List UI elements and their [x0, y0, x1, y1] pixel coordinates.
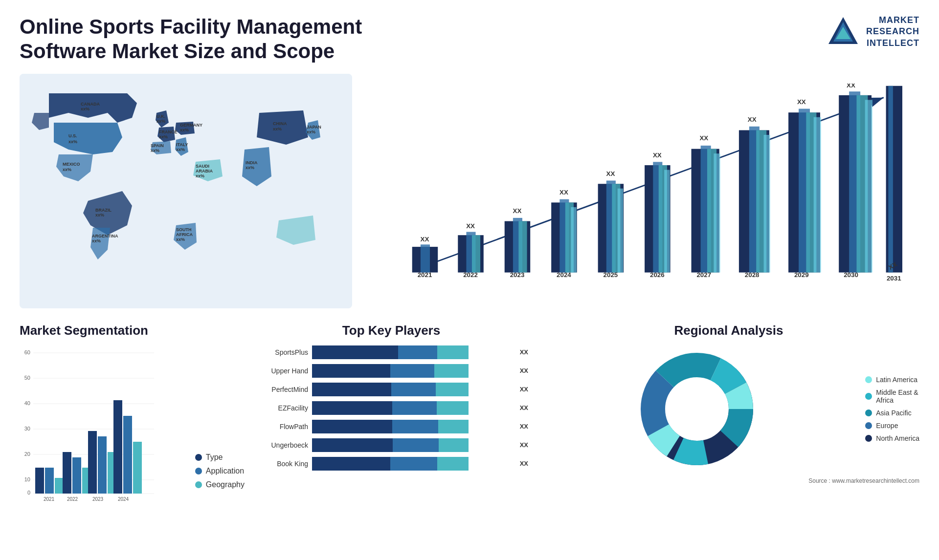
player-value: XX	[520, 460, 528, 467]
svg-rect-95	[888, 86, 893, 273]
players-list: SportsPlus XX Upper Hand XX PerfectMind …	[254, 345, 528, 471]
svg-text:SPAIN: SPAIN	[151, 143, 164, 148]
svg-text:2024: 2024	[118, 496, 129, 502]
bar-seg1	[312, 438, 393, 452]
legend-north-america: North America	[865, 434, 919, 442]
legend-middle-east: Middle East &Africa	[865, 388, 919, 404]
svg-rect-85	[814, 117, 821, 273]
svg-text:2022: 2022	[463, 271, 478, 279]
player-value: XX	[520, 348, 528, 356]
svg-text:40: 40	[24, 400, 30, 406]
bar-seg1	[312, 364, 390, 378]
svg-text:XX: XX	[797, 98, 806, 106]
svg-text:2027: 2027	[696, 271, 711, 279]
legend-dot-geography	[195, 481, 202, 488]
segmentation-title: Market Segmentation	[20, 323, 245, 338]
page-container: Online Sports Facility Management Softwa…	[0, 0, 939, 560]
svg-text:BRAZIL: BRAZIL	[95, 208, 112, 213]
player-bar	[312, 457, 513, 471]
svg-text:XX: XX	[466, 222, 475, 230]
svg-text:10: 10	[24, 476, 30, 482]
player-value: XX	[520, 441, 528, 449]
player-row: Book King XX	[254, 457, 528, 471]
player-bar	[312, 438, 513, 452]
bar-seg1	[312, 401, 392, 415]
player-value: XX	[520, 367, 528, 374]
svg-text:xx%: xx%	[176, 237, 185, 242]
player-name: SportsPlus	[254, 348, 308, 356]
svg-text:2026: 2026	[650, 271, 665, 279]
label-north-america: North America	[876, 434, 919, 442]
bar-seg2	[390, 364, 434, 378]
svg-text:xx%: xx%	[159, 134, 168, 139]
map-container: CANADA xx% U.S. xx% MEXICO xx% BRAZIL xx…	[20, 74, 352, 308]
bar-seg3	[437, 457, 469, 471]
key-players-section: Top Key Players SportsPlus XX Upper Hand…	[254, 323, 528, 538]
bar-seg2	[393, 438, 439, 452]
svg-text:FRANCE: FRANCE	[159, 129, 178, 134]
svg-rect-121	[98, 436, 107, 494]
svg-rect-44	[472, 235, 480, 272]
label-europe: Europe	[876, 422, 898, 430]
svg-text:xx%: xx%	[95, 213, 104, 217]
seg-bar-chart: 60 50 40 30 20 10 0	[20, 345, 156, 502]
svg-text:2025: 2025	[604, 271, 618, 279]
legend-dot-type	[195, 454, 202, 461]
svg-rect-91	[865, 100, 872, 272]
svg-text:xx%: xx%	[196, 173, 204, 178]
svg-text:U.S.: U.S.	[68, 133, 77, 138]
dot-middle-east	[865, 393, 872, 400]
player-name: FlowPath	[254, 423, 308, 431]
svg-text:2031: 2031	[887, 275, 901, 282]
svg-text:XX: XX	[748, 116, 757, 123]
svg-text:0: 0	[27, 490, 30, 495]
bar-seg2	[390, 457, 437, 471]
logo-area: MARKET RESEARCH INTELLECT	[826, 15, 919, 49]
regional-legend: Latin America Middle East &Africa Asia P…	[865, 376, 919, 442]
legend-asia-pacific: Asia Pacific	[865, 409, 919, 417]
svg-text:xx%: xx%	[273, 127, 282, 131]
svg-text:xx%: xx%	[151, 148, 159, 153]
bar-seg3	[434, 364, 469, 378]
svg-text:MEXICO: MEXICO	[63, 162, 80, 167]
label-latin-america: Latin America	[876, 376, 917, 384]
svg-rect-113	[45, 468, 54, 494]
legend-type: Type	[195, 453, 245, 462]
svg-text:SAUDI: SAUDI	[196, 164, 209, 169]
svg-text:CHINA: CHINA	[273, 121, 287, 126]
market-size-chart: XX 2021 XX 2022 XX 2023 XX	[362, 74, 919, 308]
svg-text:xx%: xx%	[180, 128, 189, 132]
regional-title: Regional Analysis	[538, 323, 919, 338]
svg-text:2021: 2021	[418, 271, 432, 279]
player-name: PerfectMind	[254, 386, 308, 393]
svg-rect-114	[55, 478, 64, 494]
segmentation-content: 60 50 40 30 20 10 0	[20, 345, 245, 504]
bar-seg2	[398, 345, 437, 359]
legend-label-type: Type	[206, 453, 223, 462]
legend-application: Application	[195, 467, 245, 475]
top-section: CANADA xx% U.S. xx% MEXICO xx% BRAZIL xx…	[20, 74, 919, 308]
svg-text:AFRICA: AFRICA	[176, 232, 193, 237]
bottom-section: Market Segmentation 60 50 40 30 20 10 0	[20, 323, 919, 538]
svg-text:XX: XX	[421, 235, 429, 242]
svg-text:CANADA: CANADA	[81, 102, 100, 107]
player-value: XX	[520, 386, 528, 393]
svg-text:U.K.: U.K.	[156, 114, 165, 119]
legend-latin-america: Latin America	[865, 376, 919, 384]
svg-text:XX: XX	[559, 189, 568, 196]
bar-seg1	[312, 420, 392, 433]
legend-label-application: Application	[206, 467, 244, 475]
svg-rect-117	[72, 457, 81, 494]
svg-text:XX: XX	[653, 151, 662, 159]
bar-seg1	[312, 457, 390, 471]
bar-seg1	[312, 383, 391, 396]
svg-text:INDIA: INDIA	[246, 160, 258, 165]
regional-section: Regional Analysis	[538, 323, 919, 538]
bar-seg2	[392, 401, 437, 415]
svg-rect-67	[664, 170, 670, 272]
logo-text: MARKET RESEARCH INTELLECT	[866, 15, 919, 49]
logo-icon	[826, 15, 860, 49]
svg-rect-125	[123, 416, 132, 494]
donut-chart	[633, 345, 760, 473]
legend-europe: Europe	[865, 422, 919, 430]
